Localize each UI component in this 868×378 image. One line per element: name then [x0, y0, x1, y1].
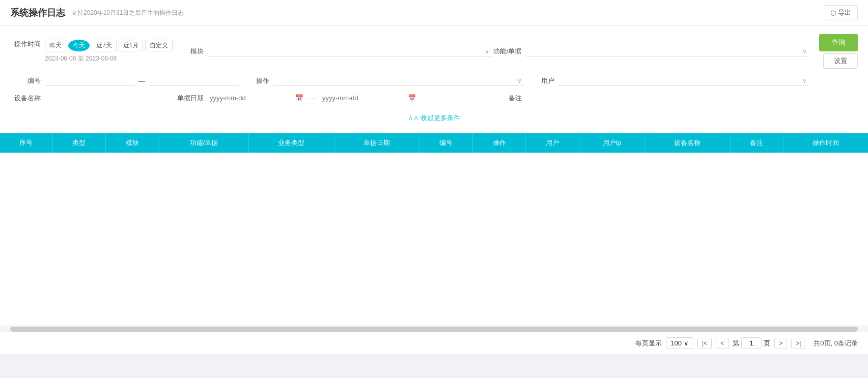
time-btn-today[interactable]: 今天 [68, 40, 90, 51]
number-label: 编号 [10, 76, 41, 85]
next-page-button[interactable]: > [774, 338, 787, 349]
col-function: 功能/单据 [159, 133, 248, 153]
module-select[interactable]: ∨ [208, 46, 491, 56]
query-button[interactable]: 查询 [819, 34, 858, 51]
time-btn-yesterday[interactable]: 昨天 [45, 40, 66, 51]
table-wrap: 序号 类型 模块 功能/单据 业务类型 单据日期 编号 操作 用户 用户ip 设… [0, 133, 868, 326]
doc-date-start-wrap[interactable]: 📅 [208, 93, 305, 103]
doc-date-end-input[interactable] [322, 94, 408, 102]
page-header: 系统操作日志 支持2020年10月31日之后产生的操作日志 ⬡ 导出 [0, 0, 868, 26]
operation-input[interactable] [275, 77, 515, 84]
last-page-button[interactable]: >| [791, 338, 805, 349]
time-btn-1month[interactable]: 近1月 [119, 40, 144, 51]
user-select[interactable]: ∨ [558, 76, 809, 86]
time-btn-7days[interactable]: 近7天 [92, 40, 117, 51]
module-input[interactable] [210, 47, 483, 55]
number-start-wrap [45, 76, 134, 86]
col-op-time: 操作时间 [783, 133, 868, 153]
user-caret-icon: ∨ [802, 77, 807, 84]
col-number: 编号 [419, 133, 472, 153]
col-operation: 操作 [472, 133, 525, 153]
time-range-display: 2023-06-06 至 2023-06-06 [45, 54, 173, 63]
horizontal-scrollbar[interactable] [0, 326, 868, 332]
function-label: 功能/单据 [491, 47, 522, 56]
page-subtitle: 支持2020年10月31日之后产生的操作日志 [71, 9, 184, 17]
function-input[interactable] [528, 47, 801, 55]
per-page-select[interactable]: 100 ∨ [666, 337, 693, 349]
number-dash: — [138, 77, 145, 85]
collapse-bar[interactable]: ∧∧ 收起更多条件 [10, 110, 858, 128]
operation-select[interactable]: ∨ [273, 76, 524, 86]
page-label: 第 [733, 339, 739, 348]
col-remark: 备注 [730, 133, 783, 153]
remark-label: 备注 [491, 94, 522, 103]
time-buttons: 昨天 今天 近7天 近1月 自定义 [45, 40, 173, 51]
data-table: 序号 类型 模块 功能/单据 业务类型 单据日期 编号 操作 用户 用户ip 设… [0, 133, 868, 153]
page-unit: 页 [764, 339, 770, 348]
device-input[interactable] [47, 94, 165, 102]
col-biz-type: 业务类型 [249, 133, 334, 153]
doc-date-end-wrap[interactable]: 📅 [320, 93, 418, 103]
collapse-button[interactable]: ∧∧ 收起更多条件 [408, 114, 461, 122]
calendar-end-icon[interactable]: 📅 [408, 94, 416, 102]
filter-row-1: 操作时间 昨天 今天 近7天 近1月 自定义 2023-06-06 至 2023… [10, 34, 858, 69]
operation-label: 操作 [239, 76, 269, 85]
header-row: 序号 类型 模块 功能/单据 业务类型 单据日期 编号 操作 用户 用户ip 设… [0, 133, 868, 153]
doc-date-label: 单据日期 [173, 94, 204, 103]
prev-page-button[interactable]: < [716, 338, 729, 349]
device-input-wrap [45, 93, 167, 103]
col-type: 类型 [52, 133, 105, 153]
pagination-bar: 每页显示 100 ∨ |< < 第 页 > >| 共0页, 0条记录 [0, 332, 868, 354]
export-icon: ⬡ [830, 9, 836, 17]
per-page-label: 每页显示 [635, 339, 662, 348]
first-page-button[interactable]: |< [697, 338, 712, 349]
col-seq: 序号 [0, 133, 52, 153]
function-select[interactable]: ∨ [526, 46, 809, 56]
empty-area [0, 153, 868, 326]
module-label: 模块 [173, 47, 204, 56]
action-col: 查询 设置 [817, 34, 858, 69]
remark-input[interactable] [528, 94, 807, 102]
calendar-start-icon[interactable]: 📅 [295, 94, 303, 102]
doc-date-dash: — [310, 95, 316, 102]
device-label: 设备名称 [10, 94, 41, 103]
user-input[interactable] [561, 77, 800, 84]
filter-panel: 操作时间 昨天 今天 近7天 近1月 自定义 2023-06-06 至 2023… [0, 26, 868, 133]
table-header: 序号 类型 模块 功能/单据 业务类型 单据日期 编号 操作 用户 用户ip 设… [0, 133, 868, 153]
col-module: 模块 [106, 133, 159, 153]
filter-row-3: 设备名称 单据日期 📅 — 📅 备注 [10, 93, 858, 103]
col-doc-date: 单据日期 [334, 133, 419, 153]
per-page-caret-icon: ∨ [684, 339, 689, 347]
col-user-ip: 用户ip [579, 133, 645, 153]
time-btn-custom[interactable]: 自定义 [145, 40, 173, 51]
module-caret-icon: ∨ [485, 48, 489, 55]
time-filter-section: 昨天 今天 近7天 近1月 自定义 2023-06-06 至 2023-06-0… [45, 40, 173, 63]
col-user: 用户 [526, 133, 579, 153]
number-end-input[interactable] [151, 77, 237, 84]
time-label: 操作时间 [10, 40, 41, 49]
per-page-value: 100 [670, 339, 682, 347]
page-title: 系统操作日志 [10, 7, 65, 19]
remark-input-wrap [526, 93, 809, 103]
number-end-wrap [149, 76, 239, 86]
operation-caret-icon: ∨ [517, 77, 522, 84]
settings-button[interactable]: 设置 [823, 53, 858, 69]
filter-row-2: 编号 — 操作 ∨ 用户 ∨ [10, 76, 858, 86]
user-label: 用户 [524, 76, 554, 85]
page-summary: 共0页, 0条记录 [814, 339, 858, 348]
number-start-input[interactable] [47, 77, 132, 84]
page-input-wrap: 第 页 [733, 337, 770, 349]
col-device: 设备名称 [645, 133, 730, 153]
current-page-input[interactable] [741, 337, 762, 349]
function-caret-icon: ∨ [802, 48, 807, 55]
export-button[interactable]: ⬡ 导出 [824, 5, 858, 20]
doc-date-start-input[interactable] [210, 94, 295, 102]
collapse-up-icon: ∧∧ [408, 114, 419, 122]
